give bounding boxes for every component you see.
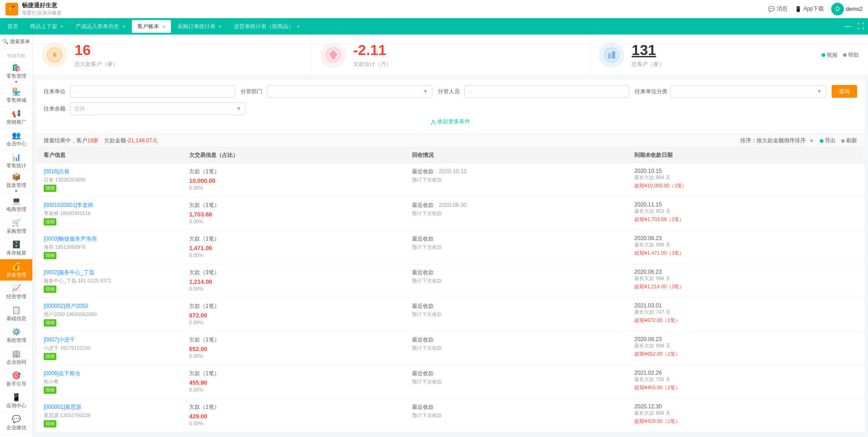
message-btn[interactable]: 💬 消息	[768, 5, 788, 13]
tab-home[interactable]: 首页	[2, 20, 24, 33]
export-btn[interactable]: 导出	[820, 137, 836, 145]
overdue-amount-link[interactable]: 超期¥429.00（1笔）	[634, 418, 857, 425]
sidebar-item-system[interactable]: ⚙️ 系统管理	[0, 325, 32, 347]
search-button[interactable]: 查询	[832, 85, 857, 98]
debt-ratio: 0.00%	[189, 252, 412, 258]
sidebar-item-newbie[interactable]: 🎯 新手引导	[0, 368, 32, 390]
tab-customer-account[interactable]: 客户账本 ✕	[132, 20, 171, 33]
stat-icon-money: ¥	[42, 42, 67, 68]
customer-name-link[interactable]: [0007]小进千	[44, 337, 75, 343]
source-unit-placeholder: ···	[74, 88, 79, 95]
customer-contact: 服务中心_丁磊 181 0125 8371	[44, 277, 189, 284]
table-row: [000001]黄思源 黄思源 13552700226 现销 欠款（1笔） 42…	[36, 399, 864, 432]
sidebar-item-quick-nav: 快捷导航	[0, 49, 32, 63]
logo-texts: 畅捷通好生意 母婴行业演示账套	[22, 1, 62, 16]
system-icon: ⚙️	[12, 327, 21, 336]
sidebar-item-app-center[interactable]: 📱 应用中心	[0, 390, 32, 412]
search-label: 🔍 搜索菜单	[2, 38, 30, 45]
debt-info-text: 欠款（1笔）	[189, 403, 412, 411]
customer-name-link[interactable]: [0016]吕俊	[44, 168, 70, 175]
repay-next-label: 预计下次收款	[412, 244, 635, 251]
overdue-amount-link[interactable]: 超期¥1,214.00（3笔）	[634, 283, 857, 290]
overdue-amount-link[interactable]: 超期¥672.00（1笔）	[634, 317, 857, 324]
overdue-days: 最长欠款 998 天	[634, 275, 857, 282]
filter-row-2: 往来余额 选择... ▼	[44, 102, 857, 115]
tab-purchase-order[interactable]: 采购订单统计表 ✕	[172, 20, 227, 33]
batch-mgmt-icon: 📦	[12, 172, 21, 181]
overdue-amount-link[interactable]: 超期¥1,703.68（1笔）	[634, 216, 857, 223]
nav-expand-icon[interactable]: ⛶	[855, 22, 866, 30]
sidebar-item-ecommerce[interactable]: 💻 电商管理	[0, 194, 32, 216]
nav-minimize-icon[interactable]: —	[843, 22, 853, 30]
tab-close-icon[interactable]: ✕	[122, 24, 125, 29]
sort-select[interactable]: 排序：按欠款金额倒序排序 ▼	[740, 137, 814, 145]
due-date-cell: 2020.06.23 最长欠款 998 天 超期¥1,214.00（3笔）	[634, 269, 857, 290]
overdue-amount-link[interactable]: 超期¥10,000.00（1笔）	[634, 182, 857, 189]
video-btn[interactable]: 视频	[822, 51, 838, 59]
customer-name-link[interactable]: [0003]畅捷服务尹海燕	[44, 236, 97, 242]
sidebar-item-enterprise[interactable]: 🏢 企业协同	[0, 347, 32, 368]
overdue-amount-link[interactable]: 超期¥652.00（1笔）	[634, 351, 857, 357]
sidebar-item-finance-label: 资金管理	[6, 271, 26, 278]
header-right: 💬 消息 📱 App下载 D demo2	[768, 3, 863, 15]
customer-name-link[interactable]: [000002]用户2050	[44, 303, 88, 309]
app-download-btn[interactable]: 📱 App下载	[795, 5, 824, 13]
overdue-amount-link[interactable]: 超期¥1,471.00（1笔）	[634, 250, 857, 256]
department-input[interactable]: ▼	[267, 85, 432, 98]
person-input[interactable]: ···	[464, 85, 629, 98]
tab-close-icon[interactable]: ✕	[60, 24, 64, 29]
balance-select[interactable]: 选择... ▼	[70, 102, 246, 115]
export-label: 导出	[825, 137, 836, 145]
tab-close-icon[interactable]: ✕	[296, 24, 300, 29]
sidebar-item-member2[interactable]: ⭐ 畅会员	[0, 434, 32, 437]
tab-purchase-stats[interactable]: 进货单统计表（按商品） ✕	[228, 20, 306, 33]
sidebar-item-retail-store[interactable]: 🏪 零售商城	[0, 85, 32, 106]
stat-card-debt-amount: -2.11 欠款合计（万）	[311, 35, 590, 75]
repay-recent-label: 最近收款	[412, 269, 635, 276]
tab-close-icon[interactable]: ✕	[218, 24, 222, 29]
sidebar-item-inventory[interactable]: 🗄️ 库存核算	[0, 237, 32, 259]
debt-info-text: 欠款（1笔）	[189, 370, 412, 377]
unit-class-input[interactable]: ▼	[670, 85, 826, 98]
sidebar-item-member[interactable]: 👥 会员中心	[0, 128, 32, 150]
debt-amount: 10,000.00	[189, 177, 412, 184]
user-area[interactable]: D demo2	[831, 3, 863, 15]
sidebar-item-batch-mgmt[interactable]: 📦 批发管理	[0, 172, 32, 194]
sidebar-item-basic-info[interactable]: 📋 基础信息	[0, 303, 32, 325]
debt-info-cell: 欠款（1笔） 652.00 0.00%	[189, 336, 412, 359]
source-unit-input[interactable]: ···	[70, 85, 235, 98]
sidebar-item-operations[interactable]: 📈 经营管理	[0, 281, 32, 303]
sidebar-item-corp-wechat[interactable]: 💬 企业微信	[0, 412, 32, 434]
overdue-amount-link[interactable]: 超期¥455.90（1笔）	[634, 384, 857, 391]
repay-recent-label: 最近收款	[412, 370, 635, 377]
sidebar-item-finance[interactable]: 💰 资金管理	[0, 259, 32, 281]
help-label: 帮助	[848, 51, 859, 59]
tab-product-history[interactable]: 产成品入库单历史 ✕	[70, 20, 131, 33]
repay-info-cell: 最近收款 预计下次收款	[412, 403, 635, 419]
sidebar-search-btn[interactable]: 🔍 搜索菜单	[0, 35, 32, 49]
help-btn[interactable]: 帮助	[843, 51, 859, 59]
customer-tag: 现销	[44, 252, 56, 259]
due-date-cell: 2020.11.15 最长欠款 853 天 超期¥1,703.68（1笔）	[634, 201, 857, 223]
overdue-days: 最长欠款 808 天	[634, 410, 857, 417]
sidebar-item-retail-mgmt[interactable]: 🛍️ 零售管理	[0, 63, 32, 85]
sidebar-item-purchase[interactable]: 🛒 采购管理	[0, 216, 32, 237]
balance-arrow: ▼	[236, 105, 241, 112]
customer-name-link[interactable]: [0001020001]李老师	[44, 202, 93, 208]
repay-info-cell: 最近收款 2020-06-30 预计下次收款	[412, 201, 635, 217]
customer-tag: 现销	[44, 353, 56, 360]
customer-name-link[interactable]: [0006]去下粮仓	[44, 370, 80, 377]
tab-product-on-off[interactable]: 商品上下架 ✕	[25, 20, 69, 33]
stats-row: ¥ 16 总欠款客户（家） -2.11 欠款合计（万）	[33, 35, 868, 76]
customer-name-link[interactable]: [0002]服务中心_丁磊	[44, 269, 95, 276]
sidebar-item-marketing[interactable]: 📢 营销推广	[0, 106, 32, 128]
collapse-bar[interactable]: ⋀ 收起更多条件	[44, 115, 857, 128]
svg-text:¥: ¥	[52, 51, 57, 59]
repay-info-cell: 最近收款 预计下次收款	[412, 370, 635, 385]
refresh-btn[interactable]: 刷新	[841, 137, 857, 145]
repay-next-label: 预计下次收款	[412, 378, 635, 385]
customer-name-link[interactable]: [000001]黄思源	[44, 404, 81, 410]
tab-close-icon[interactable]: ✕	[162, 24, 166, 29]
customer-info-cell: [0003]畅捷服务尹海燕 海燕 18513066976 现销	[44, 235, 189, 259]
sidebar-item-retail-stats[interactable]: 📊 零售统计	[0, 150, 32, 172]
